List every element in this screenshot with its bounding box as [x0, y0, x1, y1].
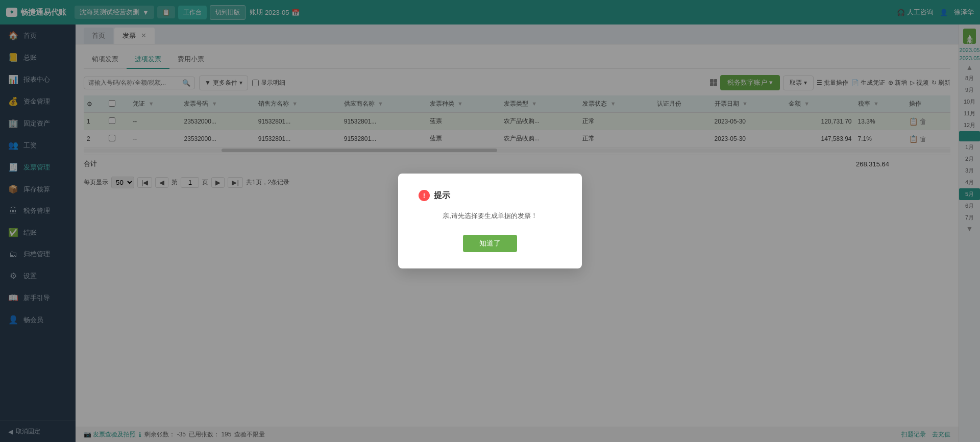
modal-title: 提示: [434, 190, 450, 201]
modal-box: ! 提示 亲,请先选择要生成单据的发票！ 知道了: [398, 174, 582, 268]
modal-title-row: ! 提示: [419, 190, 561, 201]
warning-icon: !: [419, 190, 430, 201]
modal-ok-btn[interactable]: 知道了: [463, 235, 517, 252]
modal-body: 亲,请先选择要生成单据的发票！: [419, 211, 561, 220]
modal-overlay: ! 提示 亲,请先选择要生成单据的发票！ 知道了: [0, 0, 980, 442]
